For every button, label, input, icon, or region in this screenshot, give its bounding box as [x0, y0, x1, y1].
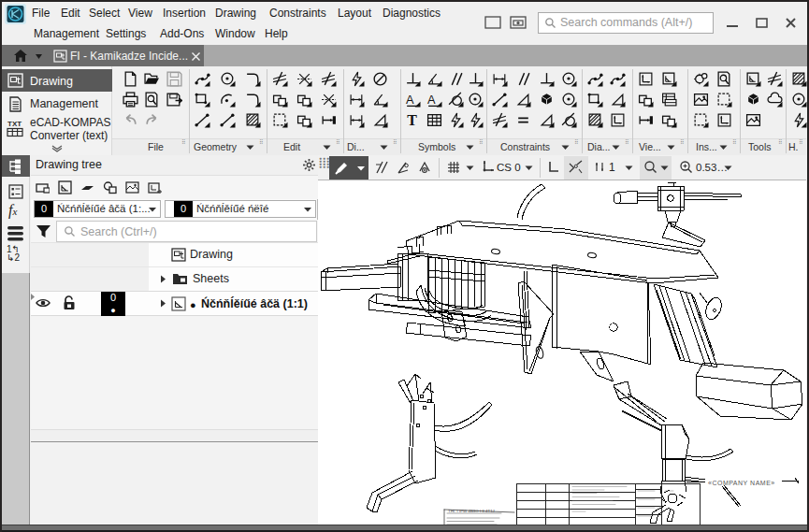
svg-text:TXT: TXT	[7, 120, 22, 128]
svg-text:THI. I IPW 4B3O I 3 4T1J: THI. I IPW 4B3O I 3 4T1J	[448, 509, 495, 513]
svg-text:«COMPANY NAME»: «COMPANY NAME»	[708, 480, 775, 486]
